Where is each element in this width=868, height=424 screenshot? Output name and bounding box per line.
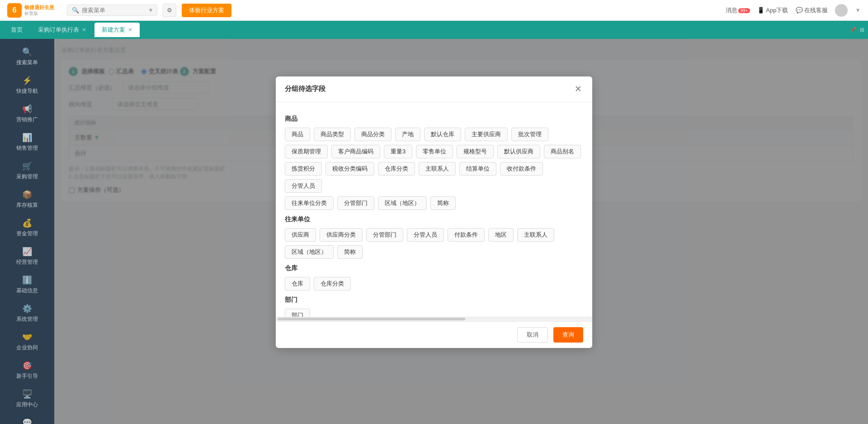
search-input[interactable] (82, 7, 145, 14)
field-chip[interactable]: 默认仓库 (424, 128, 461, 141)
field-chip[interactable]: 商品 (285, 128, 310, 141)
top-right-nav: 消息99+ 📱 App下载 💬 在线客服 ▼ (726, 4, 861, 17)
tab-bar: 首页 采购订单执行表 ✕ 新建方案 ✕ 📌 ⊞ (0, 21, 868, 39)
field-chip[interactable]: 批次管理 (511, 128, 548, 141)
field-chip[interactable]: 分管人员 (407, 228, 444, 242)
sidebar-item-label: 库存核算 (16, 201, 38, 209)
field-chip[interactable]: 税收分类编码 (326, 162, 374, 176)
partner-fields: 供应商 供应商分类 分管部门 分管人员 付款条件 地区 主联系人 (285, 228, 583, 242)
confirm-button[interactable]: 查询 (553, 327, 583, 343)
sidebar-item-finance[interactable]: 💰 资金管理 (0, 214, 54, 242)
field-chip[interactable]: 分管部门 (337, 196, 374, 210)
field-chip[interactable]: 零售单位 (416, 145, 453, 158)
field-chip[interactable]: 收付款条件 (500, 162, 543, 176)
top-bar: 6 畅捷通好生意 标普版 🔍 ▼ ⚙ 体验行业方案 消息99+ 📱 App下载 … (0, 0, 868, 21)
dept-fields: 部门 (285, 309, 583, 317)
settings-button[interactable]: ⚙ (163, 4, 176, 17)
app-logo-icon: 6 (7, 3, 22, 18)
field-chip[interactable]: 主联系人 (419, 162, 456, 176)
sidebar-item-basicinfo[interactable]: ℹ️ 基础信息 (0, 271, 54, 299)
tab-pin-area: 📌 ⊞ (849, 27, 864, 33)
field-chip[interactable]: 地区 (488, 228, 514, 242)
sidebar-item-label: 企业协同 (16, 344, 38, 352)
tab-close-new-plan[interactable]: ✕ (128, 27, 132, 33)
tab-close-purchase[interactable]: ✕ (82, 27, 86, 33)
modal-title: 分组待选字段 (285, 85, 326, 93)
wechat-icon: 💬 (22, 418, 32, 424)
field-chip[interactable]: 简称 (337, 245, 363, 259)
modal-body[interactable]: 商品 商品 商品类型 商品分类 产地 默认仓库 主要供应商 批次管理 保质期管理… (276, 102, 592, 317)
quicknav-icon: ⚡ (22, 76, 32, 86)
modal-close-button[interactable]: ✕ (572, 84, 583, 95)
field-chip[interactable]: 主要供应商 (465, 128, 508, 141)
field-chip[interactable]: 区域（地区） (285, 245, 334, 259)
tab-new-plan[interactable]: 新建方案 ✕ (94, 23, 140, 37)
field-chip[interactable]: 商品分类 (354, 128, 392, 141)
field-chip[interactable]: 规格型号 (457, 145, 494, 158)
field-chip[interactable]: 往来单位分类 (285, 196, 334, 210)
sidebar-item-purchase[interactable]: 🛒 采购管理 (0, 157, 54, 185)
field-chip[interactable]: 客户商品编码 (331, 145, 380, 158)
field-chip[interactable]: 拣货积分 (285, 162, 322, 176)
app-name: 畅捷通好生意 (24, 4, 54, 10)
field-chip[interactable]: 商品别名 (544, 145, 581, 158)
hscroll-thumb[interactable] (278, 318, 465, 320)
sidebar-item-marketing[interactable]: 📢 营销推广 (0, 100, 54, 128)
marketing-icon: 📢 (22, 104, 32, 114)
field-chip[interactable]: 默认供应商 (497, 145, 540, 158)
field-chip[interactable]: 重量3 (384, 145, 412, 158)
product-fields-2: 保质期管理 客户商品编码 重量3 零售单位 规格型号 默认供应商 商品别名 (285, 145, 583, 158)
sidebar-item-system[interactable]: ⚙️ 系统管理 (0, 299, 54, 328)
app-brand: 标普版 (24, 10, 54, 16)
sidebar-item-collab[interactable]: 🤝 企业协同 (0, 328, 54, 356)
section-title-warehouse: 仓库 (285, 264, 583, 272)
field-chip[interactable]: 部门 (285, 309, 310, 317)
user-avatar[interactable] (835, 4, 848, 17)
cancel-button[interactable]: 取消 (517, 327, 548, 343)
sidebar-item-apps[interactable]: 🖥️ 应用中心 (0, 385, 54, 413)
tab-home[interactable]: 首页 (4, 23, 30, 37)
sidebar: 🔍 搜索菜单 ⚡ 快捷导航 📢 营销推广 📊 销售管理 🛒 采购管理 📦 库存核… (0, 39, 54, 424)
chevron-down-icon: ▼ (148, 7, 154, 14)
field-chip[interactable]: 产地 (395, 128, 420, 141)
sidebar-item-label: 营销推广 (16, 116, 38, 124)
search-bar[interactable]: 🔍 ▼ (67, 5, 157, 16)
field-chip[interactable]: 仓库分类 (314, 277, 351, 291)
field-chip[interactable]: 供应商分类 (320, 228, 363, 242)
sidebar-item-inventory[interactable]: 📦 库存核算 (0, 185, 54, 214)
sidebar-item-sales[interactable]: 📊 销售管理 (0, 128, 54, 157)
field-chip[interactable]: 仓库 (285, 277, 310, 291)
app-download-nav[interactable]: 📱 App下载 (757, 6, 788, 14)
sidebar-item-operations[interactable]: 📈 经营管理 (0, 242, 54, 271)
field-chip[interactable]: 保质期管理 (285, 145, 328, 158)
search-sidebar-icon: 🔍 (22, 47, 32, 57)
warehouse-fields: 仓库 仓库分类 (285, 277, 583, 291)
field-chip[interactable]: 仓库分类 (378, 162, 415, 176)
field-chip[interactable]: 商品类型 (314, 128, 351, 141)
field-chip[interactable]: 区域（地区） (378, 196, 427, 210)
sidebar-item-label: 快捷导航 (16, 87, 38, 95)
field-chip[interactable]: 供应商 (285, 228, 316, 242)
sidebar-item-label: 搜索菜单 (16, 59, 38, 67)
message-badge: 99+ (738, 8, 750, 13)
field-chip[interactable]: 分管部门 (366, 228, 403, 242)
partner-fields-2: 区域（地区） 简称 (285, 245, 583, 259)
sidebar-item-quicknav[interactable]: ⚡ 快捷导航 (0, 71, 54, 100)
message-nav[interactable]: 消息99+ (726, 6, 750, 14)
online-service-nav[interactable]: 💬 在线客服 (796, 6, 828, 14)
field-chip[interactable]: 付款条件 (448, 228, 485, 242)
sidebar-item-guide[interactable]: 🎯 新手引导 (0, 356, 54, 385)
tab-purchase-execution[interactable]: 采购订单执行表 ✕ (31, 23, 94, 37)
field-chip[interactable]: 结算单位 (459, 162, 496, 176)
field-chip[interactable]: 主联系人 (517, 228, 554, 242)
field-chip[interactable]: 简称 (430, 196, 456, 210)
product-fields-3: 拣货积分 税收分类编码 仓库分类 主联系人 结算单位 收付款条件 分管人员 (285, 162, 583, 193)
sidebar-item-label: 采购管理 (16, 173, 38, 181)
sidebar-item-wechat[interactable]: 💬 企业微信 (0, 413, 54, 424)
field-chip[interactable]: 分管人员 (285, 179, 322, 193)
modal-horizontal-scrollbar[interactable] (276, 317, 592, 321)
trial-button[interactable]: 体验行业方案 (182, 4, 231, 17)
modal-footer: 取消 查询 (276, 321, 592, 348)
sidebar-item-search[interactable]: 🔍 搜索菜单 (0, 43, 54, 71)
apps-icon: 🖥️ (22, 389, 32, 399)
